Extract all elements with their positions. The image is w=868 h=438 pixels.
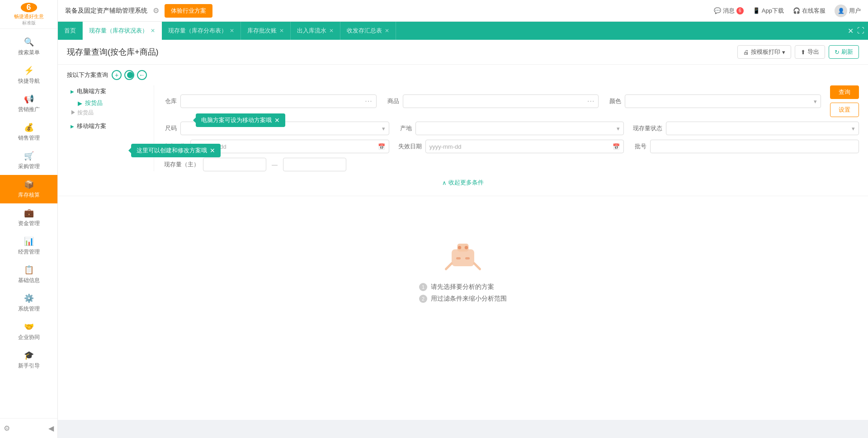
warehouse-label: 仓库	[163, 97, 177, 105]
svg-line-6	[446, 264, 452, 269]
sidebar-item-base[interactable]: 📋 基础信息	[0, 260, 57, 289]
filter-section: 按以下方案查询 + ↺ ← 电脑方案可设为移动方案哦 ✕	[58, 65, 868, 196]
svg-point-3	[465, 246, 468, 250]
tabs-bar: 首页 现存量（库存状况表） ✕ 现存量（库存分布表） ✕ 库存批次账 ✕ 出入库…	[58, 22, 868, 40]
stock-status-cell: 现存量状态 ▾	[633, 122, 859, 135]
message-action[interactable]: 💬 消息 6	[714, 7, 744, 15]
sidebar-item-management-label: 经营管理	[18, 248, 40, 256]
message-badge: 6	[736, 7, 744, 14]
logo-area: 6 畅捷通好生意 标准版	[0, 0, 57, 29]
nav-quick-icon: ⚡	[24, 66, 34, 75]
expire-date-calendar-icon[interactable]: 📅	[613, 143, 620, 150]
refresh-btn[interactable]: ↻ 刷新	[829, 45, 859, 59]
goods-scheme-item[interactable]: ▶ 按货品	[67, 97, 148, 109]
stock-main-cell: 现存量（主） —	[163, 158, 346, 171]
sidebar-item-nav[interactable]: ⚡ 快捷导航	[0, 61, 57, 89]
print-icon: 🖨	[743, 49, 749, 56]
stock-status-label: 现存量状态	[633, 124, 662, 132]
tab-stock-dist[interactable]: 现存量（库存分布表） ✕	[162, 22, 241, 40]
back-scheme-btn[interactable]: ←	[137, 70, 147, 80]
tab-flow[interactable]: 出入库流水 ✕	[291, 22, 340, 40]
sidebar-item-marketing[interactable]: 📢 营销推广	[0, 89, 57, 118]
sidebar-item-nav-label: 快捷导航	[18, 77, 40, 85]
create-tooltip-close[interactable]: ✕	[210, 147, 215, 154]
search-button[interactable]: 查询	[830, 85, 859, 99]
settings-bottom-icon[interactable]: ⚙	[4, 424, 10, 433]
color-chevron-icon: ▾	[814, 98, 817, 105]
tab-stock-dist-close[interactable]: ✕	[230, 28, 234, 34]
stock-main-max-input[interactable]	[283, 158, 346, 171]
filter-row-3: 生产日期 yyyy-mm-dd 📅 失效日期 yyyy-mm	[163, 140, 859, 153]
sidebar-item-purchase-label: 采购管理	[18, 163, 40, 170]
stock-status-input[interactable]: ▾	[666, 122, 859, 135]
collapse-row[interactable]: ∧ 收起更多条件	[67, 175, 859, 190]
sidebar-item-management[interactable]: 📊 经营管理	[0, 232, 57, 260]
scheme-tooltip-close[interactable]: ✕	[274, 117, 280, 124]
svg-line-7	[474, 264, 480, 269]
desktop-scheme-item[interactable]: ▶ 电脑端方案	[67, 85, 148, 97]
page-title: 现存量查询(按仓库+商品)	[67, 47, 159, 57]
create-tooltip-text: 这里可以创建和修改方案哦	[137, 146, 207, 155]
batch-label: 批号	[633, 142, 646, 151]
tab-flow-close[interactable]: ✕	[329, 28, 334, 34]
filter-label: 按以下方案查询	[67, 71, 108, 79]
warehouse-dots-icon: ···	[365, 97, 372, 105]
sidebar-item-system[interactable]: ⚙️ 系统管理	[0, 289, 57, 317]
svg-point-2	[458, 246, 462, 250]
mobile-scheme-item[interactable]: ▶ 移动端方案	[67, 120, 148, 132]
tab-summary[interactable]: 收发存汇总表 ✕	[340, 22, 396, 40]
app-download-action[interactable]: 📱 App下载	[753, 7, 784, 15]
tab-summary-label: 收发存汇总表	[347, 27, 382, 35]
tab-home[interactable]: 首页	[58, 22, 83, 40]
warehouse-input[interactable]: ···	[180, 94, 377, 108]
sidebar-item-sales[interactable]: 💰 销售管理	[0, 118, 57, 146]
goods-input[interactable]: ···	[403, 94, 599, 108]
prod-date-calendar-icon[interactable]: 📅	[378, 143, 385, 150]
sidebar-item-system-label: 系统管理	[18, 305, 40, 313]
template-print-btn[interactable]: 🖨 按模板打印 ▾	[737, 45, 791, 59]
sidebar-item-purchase[interactable]: 🛒 采购管理	[0, 146, 57, 175]
tabs-maximize-icon[interactable]: ⛶	[857, 27, 864, 35]
sidebar-item-inventory[interactable]: 📦 库存核算	[0, 175, 57, 203]
stock-main-min-input[interactable]	[203, 158, 266, 171]
filter-rows: 仓库 ··· 商品	[163, 85, 859, 171]
size-chevron-icon: ▾	[382, 125, 385, 132]
expire-date-input[interactable]: yyyy-mm-dd 📅	[425, 140, 624, 153]
filter-form: 仓库 ··· 商品	[163, 85, 859, 171]
collapse-sidebar-icon[interactable]: ◀	[48, 424, 54, 433]
online-support-action[interactable]: 🎧 在线客服	[793, 7, 826, 15]
desktop-arrow-icon: ▶	[71, 89, 74, 94]
header-right: 💬 消息 6 📱 App下载 🎧 在线客服 👤 用户	[714, 5, 861, 17]
sidebar-item-base-label: 基础信息	[18, 277, 40, 284]
tabs-close-all-icon[interactable]: ✕	[848, 27, 854, 35]
online-support-label: 在线客服	[802, 7, 826, 15]
tab-batch-close[interactable]: ✕	[279, 28, 284, 34]
sidebar-item-search[interactable]: 🔍 搜索菜单	[0, 33, 57, 61]
guide-icon: 🎓	[24, 350, 34, 360]
batch-input[interactable]	[650, 140, 859, 153]
sidebar-item-finance[interactable]: 💼 资金管理	[0, 203, 57, 232]
system-settings-icon[interactable]: ⚙	[153, 6, 159, 15]
settings-button[interactable]: 设置	[830, 103, 859, 117]
empty-step-2: 2 用过滤条件来缩小分析范围	[419, 295, 507, 303]
user-action[interactable]: 👤 用户	[835, 5, 861, 17]
sidebar-item-guide-label: 新手引导	[18, 362, 40, 370]
add-scheme-btn[interactable]: +	[112, 70, 122, 80]
finance-icon: 💼	[24, 208, 34, 218]
color-input[interactable]: ▾	[625, 94, 821, 108]
tab-summary-close[interactable]: ✕	[385, 28, 389, 34]
sidebar: 6 畅捷通好生意 标准版 🔍 搜索菜单 ⚡ 快捷导航 📢 营销推广 💰 销售管理…	[0, 0, 58, 438]
goods-dots-icon: ···	[587, 97, 594, 105]
select-goods-hint: ▶ 按货品	[67, 109, 148, 117]
sidebar-item-marketing-label: 营销推广	[18, 106, 40, 113]
export-btn[interactable]: ⬆ 导出	[795, 45, 825, 59]
sidebar-item-guide[interactable]: 🎓 新手引导	[0, 346, 57, 374]
tab-stock-status-close[interactable]: ✕	[151, 28, 155, 34]
industry-button[interactable]: 体验行业方案	[165, 4, 212, 18]
filter-row-1: 仓库 ··· 商品	[163, 85, 859, 117]
tab-batch[interactable]: 库存批次账 ✕	[241, 22, 291, 40]
origin-input[interactable]: ▾	[415, 122, 624, 135]
tab-stock-status[interactable]: 现存量（库存状况表） ✕	[83, 22, 162, 40]
sidebar-item-enterprise[interactable]: 🤝 企业协同	[0, 317, 57, 346]
search-nav-icon: 🔍	[24, 37, 34, 47]
